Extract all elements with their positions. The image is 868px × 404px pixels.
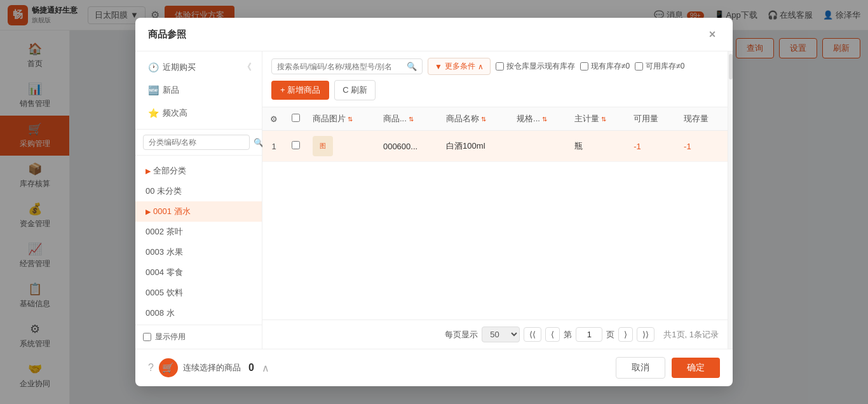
- row-num: 1: [262, 131, 285, 162]
- th-available: 可用量: [627, 107, 677, 131]
- cat-all[interactable]: ▶ 全部分类: [135, 161, 262, 181]
- th-stock: 现存量: [677, 107, 728, 131]
- cart-count: 0: [248, 362, 254, 374]
- cat-00[interactable]: 00 未分类: [135, 181, 262, 201]
- add-product-button[interactable]: + 新增商品: [271, 81, 329, 100]
- footer-right: 取消 确定: [616, 357, 720, 379]
- confirm-button[interactable]: 确定: [672, 358, 720, 378]
- prev-page-button[interactable]: ⟨: [545, 327, 560, 342]
- pagination: 每页显示 50 10 20 100 ⟨⟨ ⟨ 第 页 ⟩ ⟩⟩ 共1页, 1条记…: [262, 320, 728, 349]
- cancel-button[interactable]: 取消: [616, 357, 665, 379]
- cat-arrow-all: ▶: [146, 167, 151, 175]
- modal-close-button[interactable]: ×: [705, 27, 720, 42]
- product-table-wrap: ⚙ 商品图片 ⇅: [262, 107, 728, 320]
- quick-access-section: 🕐 近期购买 《 🆕 新品 ⭐ 频次高: [135, 51, 262, 130]
- frequent-icon: ⭐: [148, 108, 159, 118]
- footer-collapse-icon[interactable]: ∧: [262, 362, 269, 374]
- vertical-scrollbar[interactable]: [728, 51, 733, 349]
- category-tree: ▶ 全部分类 00 未分类 ▶ 0001 酒水 0002 茶叶 0003 水果: [135, 156, 262, 325]
- cat-0003[interactable]: 0003 水果: [135, 242, 262, 262]
- table-toolbar: 🔍 ▼ 更多条件 ∧ 按仓库显示现有库存 现有库存≠0 可用库存≠0: [262, 51, 728, 107]
- th-image: 商品图片 ⇅: [306, 107, 377, 131]
- help-icon[interactable]: ?: [148, 362, 154, 374]
- last-page-button[interactable]: ⟩⟩: [637, 327, 654, 342]
- product-table: ⚙ 商品图片 ⇅: [262, 107, 728, 162]
- cart-button[interactable]: 🛒: [159, 358, 178, 377]
- recent-icon: 🕐: [148, 62, 159, 72]
- quick-item-frequent[interactable]: ⭐ 频次高: [143, 104, 254, 123]
- current-stock-checkbox-label[interactable]: 现有库存≠0: [580, 61, 630, 72]
- row-checkbox-cell[interactable]: [285, 131, 306, 162]
- th-spec: 规格... ⇅: [510, 107, 568, 131]
- cat-arrow-0001: ▶: [146, 208, 151, 216]
- more-filters-button[interactable]: ▼ 更多条件 ∧: [428, 58, 491, 75]
- left-panel: 🕐 近期购买 《 🆕 新品 ⭐ 频次高 🔍: [135, 51, 262, 349]
- show-disabled-row: 显示停用: [135, 325, 262, 349]
- current-stock-checkbox[interactable]: [580, 62, 588, 71]
- cat-0001[interactable]: ▶ 0001 酒水: [135, 201, 262, 222]
- cart-icon: 🛒: [162, 362, 174, 374]
- row-stock: -1: [677, 131, 728, 162]
- product-search-bar: 🔍: [271, 58, 423, 74]
- modal-title: 商品参照: [148, 29, 186, 41]
- cat-0008[interactable]: 0008 水: [135, 303, 262, 323]
- page-size-select[interactable]: 50 10 20 100: [482, 327, 520, 342]
- cat-0002[interactable]: 0002 茶叶: [135, 222, 262, 242]
- filter-icon: ▼: [435, 62, 442, 71]
- cat-0005[interactable]: 0005 饮料: [135, 283, 262, 303]
- row-image-cell: 图: [306, 131, 377, 162]
- modal-header: 商品参照 ×: [135, 18, 733, 51]
- first-page-button[interactable]: ⟨⟨: [524, 327, 541, 342]
- row-unit: 瓶: [568, 131, 628, 162]
- available-stock-checkbox[interactable]: [635, 62, 643, 71]
- quick-item-new[interactable]: 🆕 新品: [143, 81, 254, 100]
- product-search-icon[interactable]: 🔍: [407, 62, 417, 71]
- left-panel-collapse-btn[interactable]: 《: [240, 60, 254, 74]
- product-thumbnail: 图: [313, 136, 333, 156]
- th-settings[interactable]: ⚙: [262, 107, 285, 131]
- th-unit: 主计量 ⇅: [568, 107, 628, 131]
- filter-collapse-icon: ∧: [478, 62, 484, 71]
- available-stock-checkbox-label[interactable]: 可用库存≠0: [635, 61, 684, 72]
- select-all-checkbox[interactable]: [292, 114, 300, 122]
- refresh-button[interactable]: C 刷新: [334, 80, 376, 100]
- scrollbar-thumb[interactable]: [729, 54, 733, 79]
- row-available: -1: [627, 131, 677, 162]
- next-page-button[interactable]: ⟩: [618, 327, 633, 342]
- table-header: ⚙ 商品图片 ⇅: [262, 107, 728, 131]
- warehouse-stock-checkbox-label[interactable]: 按仓库显示现有库存: [496, 61, 575, 72]
- th-name: 商品名称 ⇅: [440, 107, 510, 131]
- row-name: 白酒100ml: [440, 131, 510, 162]
- quick-item-recent[interactable]: 🕐 近期购买: [143, 58, 201, 77]
- right-panel: 🔍 ▼ 更多条件 ∧ 按仓库显示现有库存 现有库存≠0 可用库存≠0: [262, 51, 728, 349]
- total-info: 共1页, 1条记录: [663, 329, 719, 340]
- row-checkbox[interactable]: [292, 141, 300, 149]
- category-search-input[interactable]: [143, 135, 250, 150]
- warehouse-stock-checkbox[interactable]: [496, 62, 504, 71]
- footer-left: ? 🛒 连续选择的商品 0 ∧: [148, 358, 269, 377]
- show-disabled-checkbox[interactable]: [143, 333, 151, 341]
- th-code: 商品... ⇅: [377, 107, 440, 131]
- cat-0004[interactable]: 0004 零食: [135, 262, 262, 283]
- category-search-row: 🔍: [135, 130, 262, 156]
- new-icon: 🆕: [148, 85, 159, 95]
- modal-body: 🕐 近期购买 《 🆕 新品 ⭐ 频次高 🔍: [135, 51, 733, 349]
- row-spec: [510, 131, 568, 162]
- table-row[interactable]: 1 图 000600... 白酒100ml 瓶 -1: [262, 131, 728, 162]
- row-code: 000600...: [377, 131, 440, 162]
- page-number-input[interactable]: [576, 327, 602, 342]
- product-reference-modal: 商品参照 × 🕐 近期购买 《 🆕 新品 ⭐ 频次高: [135, 18, 733, 386]
- th-checkbox[interactable]: [285, 107, 306, 131]
- table-body: 1 图 000600... 白酒100ml 瓶 -1: [262, 131, 728, 162]
- modal-footer: ? 🛒 连续选择的商品 0 ∧ 取消 确定: [135, 349, 733, 386]
- product-search-input[interactable]: [277, 62, 404, 71]
